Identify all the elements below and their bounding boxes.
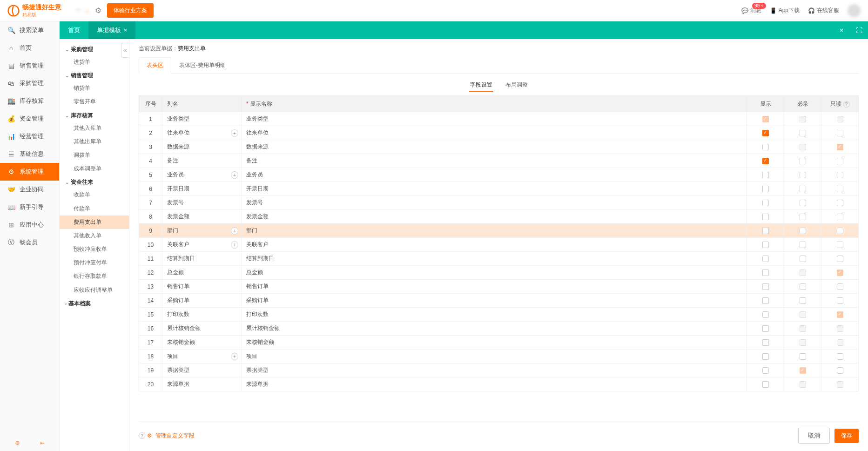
collapse-sidebar-icon[interactable]: ⇤ bbox=[40, 440, 45, 446]
settings-icon[interactable]: ⚙ bbox=[95, 6, 101, 15]
add-icon[interactable]: + bbox=[231, 241, 238, 249]
checkbox[interactable] bbox=[762, 353, 769, 360]
collapse-sub-sidebar[interactable]: « bbox=[121, 43, 129, 58]
checkbox[interactable] bbox=[837, 130, 843, 136]
checkbox[interactable] bbox=[800, 283, 806, 290]
sidebar-item[interactable]: ⊞应用中心 bbox=[0, 216, 59, 234]
display-name-cell[interactable]: 业务类型 bbox=[242, 112, 747, 126]
checkbox[interactable] bbox=[762, 242, 769, 248]
checkbox[interactable] bbox=[837, 367, 843, 374]
display-name-cell[interactable]: 打印次数 bbox=[242, 308, 747, 322]
checkbox[interactable] bbox=[762, 200, 769, 206]
add-icon[interactable]: + bbox=[231, 353, 238, 360]
display-name-cell[interactable]: 结算到期日 bbox=[242, 252, 747, 266]
add-icon[interactable]: + bbox=[231, 129, 238, 137]
tree-item[interactable]: 成本调整单 bbox=[60, 162, 129, 175]
section-tab-body[interactable]: 表体区-费用单明细 bbox=[171, 57, 234, 73]
checkbox[interactable] bbox=[837, 186, 843, 192]
subtab-field-settings[interactable]: 字段设置 bbox=[469, 79, 493, 92]
checkbox[interactable] bbox=[762, 186, 769, 192]
checkbox[interactable] bbox=[762, 297, 769, 304]
checkbox[interactable] bbox=[837, 242, 843, 248]
checkbox[interactable] bbox=[837, 283, 843, 290]
tree-item[interactable]: 其他出库单 bbox=[60, 135, 129, 148]
close-all-tabs-icon[interactable]: × bbox=[833, 27, 850, 34]
checkbox[interactable] bbox=[800, 200, 806, 206]
tree-item[interactable]: 收款单 bbox=[60, 188, 129, 202]
tree-item[interactable]: 其他入库单 bbox=[60, 121, 129, 135]
checkbox[interactable] bbox=[762, 172, 769, 178]
settings-bottom-icon[interactable]: ⚙ bbox=[15, 440, 20, 446]
sidebar-item[interactable]: 📖新手引导 bbox=[0, 198, 59, 216]
tree-group[interactable]: ⌄销售管理 bbox=[60, 69, 129, 81]
checkbox[interactable] bbox=[800, 214, 806, 220]
display-name-cell[interactable]: 备注 bbox=[242, 154, 747, 168]
checkbox[interactable] bbox=[800, 172, 806, 178]
checkbox[interactable] bbox=[762, 325, 769, 332]
display-name-cell[interactable]: 项目 bbox=[242, 350, 747, 363]
manage-custom-fields-link[interactable]: ⚙ 管理自定义字段 bbox=[147, 432, 195, 440]
tab-doc-template[interactable]: 单据模板 × bbox=[88, 21, 135, 39]
checkbox[interactable] bbox=[762, 339, 769, 346]
tree-item[interactable]: 付款单 bbox=[60, 202, 129, 215]
display-name-cell[interactable]: 发票金额 bbox=[242, 210, 747, 224]
checkbox[interactable] bbox=[800, 353, 806, 360]
checkbox[interactable] bbox=[762, 367, 769, 374]
sidebar-item[interactable]: 🔍搜索菜单 bbox=[0, 21, 59, 39]
tree-item[interactable]: 调拨单 bbox=[60, 148, 129, 162]
checkbox[interactable] bbox=[800, 130, 806, 136]
checkbox[interactable] bbox=[800, 158, 806, 164]
checkbox[interactable] bbox=[837, 256, 843, 262]
checkbox[interactable] bbox=[800, 228, 806, 234]
display-name-cell[interactable]: 业务员 bbox=[242, 168, 747, 182]
display-name-cell[interactable]: 部门 bbox=[242, 224, 747, 238]
save-button[interactable]: 保存 bbox=[834, 429, 859, 443]
messages[interactable]: 💬 消息 99 + bbox=[741, 7, 761, 14]
display-name-cell[interactable]: 发票号 bbox=[242, 196, 747, 210]
display-name-cell[interactable]: 销售订单 bbox=[242, 280, 747, 294]
avatar[interactable] bbox=[848, 4, 861, 17]
display-name-cell[interactable]: 总金额 bbox=[242, 266, 747, 280]
tree-item[interactable]: 零售开单 bbox=[60, 95, 129, 108]
display-name-cell[interactable]: 未核销金额 bbox=[242, 336, 747, 350]
checkbox[interactable] bbox=[800, 186, 806, 192]
sidebar-item[interactable]: Ⓥ畅会员 bbox=[0, 234, 59, 251]
checkbox[interactable] bbox=[762, 256, 769, 262]
display-name-cell[interactable]: 开票日期 bbox=[242, 182, 747, 196]
sidebar-item[interactable]: 💰资金管理 bbox=[0, 110, 59, 128]
tree-item[interactable]: 费用支出单 bbox=[60, 215, 129, 229]
fullscreen-icon[interactable]: ⛶ bbox=[850, 27, 868, 34]
checkbox[interactable] bbox=[837, 228, 843, 234]
tree-group[interactable]: ⌄采购管理 bbox=[60, 43, 129, 55]
checkbox[interactable] bbox=[800, 256, 806, 262]
tab-home[interactable]: 首页 bbox=[60, 21, 88, 39]
checkbox[interactable] bbox=[837, 353, 843, 360]
sidebar-item[interactable]: 📊经营管理 bbox=[0, 128, 59, 145]
sidebar-item[interactable]: 🤝企业协同 bbox=[0, 181, 59, 198]
subtab-layout[interactable]: 布局调整 bbox=[505, 79, 529, 92]
checkbox[interactable] bbox=[837, 172, 843, 178]
tree-item[interactable]: 进货单 bbox=[60, 55, 129, 69]
company-selector[interactable]: 一 ⌄ bbox=[75, 7, 89, 14]
tree-item[interactable]: 预收冲应收单 bbox=[60, 242, 129, 256]
cancel-button[interactable]: 取消 bbox=[798, 428, 830, 444]
sidebar-item[interactable]: 🏬库存核算 bbox=[0, 92, 59, 110]
section-tab-header[interactable]: 表头区 bbox=[139, 57, 171, 74]
checkbox[interactable] bbox=[800, 297, 806, 304]
checkbox[interactable] bbox=[762, 228, 769, 234]
add-icon[interactable]: + bbox=[231, 171, 238, 179]
tree-group[interactable]: ⌄资金往来 bbox=[60, 175, 129, 188]
app-download[interactable]: 📱 App下载 bbox=[770, 7, 800, 14]
checkbox[interactable] bbox=[800, 242, 806, 248]
checkbox[interactable] bbox=[837, 297, 843, 304]
tree-group[interactable]: ⌄库存核算 bbox=[60, 109, 129, 121]
display-name-cell[interactable]: 累计核销金额 bbox=[242, 322, 747, 336]
checkbox[interactable] bbox=[837, 158, 843, 164]
tree-item[interactable]: 应收应付调整单 bbox=[60, 283, 129, 297]
sidebar-item[interactable]: 🛍采购管理 bbox=[0, 74, 59, 92]
sidebar-item[interactable]: ☰基础信息 bbox=[0, 145, 59, 163]
sidebar-item[interactable]: ▤销售管理 bbox=[0, 57, 59, 74]
industry-plan-button[interactable]: 体验行业方案 bbox=[107, 3, 154, 18]
online-service[interactable]: 🎧 在线客服 bbox=[808, 7, 839, 14]
tree-group[interactable]: ›基本档案 bbox=[60, 297, 129, 310]
